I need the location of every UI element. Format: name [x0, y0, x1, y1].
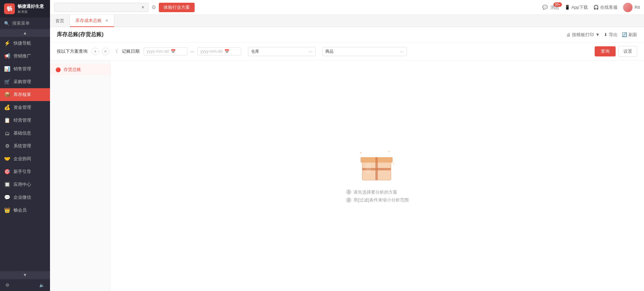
filter-bar: 按以下方案查询 + × 《 记账日期 yyyy-mm-dd 📅 — yyyy-m…	[50, 43, 644, 60]
sidebar-item-finance[interactable]: 💰 资金管理	[0, 101, 50, 114]
purchase-icon: 🛒	[4, 79, 10, 85]
warehouse-more-icon[interactable]: ···	[308, 49, 313, 54]
app-name: 畅捷通好生意	[18, 4, 44, 9]
sidebar-nav: ⚡ 快捷导航 📢 营销推广 📊 销售管理 🛒 采购管理 📦 库存核算 💰 资金管…	[0, 37, 50, 271]
wechat-icon: 💬	[4, 194, 10, 200]
hint-text-2: 用[过滤]条件来缩小分析范围	[353, 196, 408, 204]
sidebar-bottom: ⚙ 🔈	[0, 279, 50, 291]
tab-inventory-cost[interactable]: 库存成本总账 ✕	[70, 15, 114, 27]
query-btn[interactable]: 查询	[595, 46, 616, 56]
sidebar-item-wechat[interactable]: 💬 企业微信	[0, 191, 50, 204]
sidebar-item-member[interactable]: 👑 畅会员	[0, 204, 50, 217]
sidebar-item-newbie[interactable]: 🎯 新手引导	[0, 165, 50, 178]
filter-close-btn[interactable]: ×	[102, 48, 109, 55]
print-label: 按模板打印	[572, 32, 594, 38]
scroll-down-btn[interactable]: ▼	[0, 271, 50, 279]
top-bar-right: 💬 99+ 消息 📱 App下载 🎧 在线客服 Rit	[542, 3, 640, 12]
sidebar-item-quick-nav[interactable]: ⚡ 快捷导航	[0, 37, 50, 50]
date-end-input[interactable]: yyyy-mm-dd 📅	[197, 47, 241, 55]
user-name: Rit	[635, 5, 640, 10]
top-bar: ▼ ⚙ 体验行业方案 💬 99+ 消息 📱 App下载 🎧 在线客服 Rit	[50, 0, 644, 15]
sidebar-item-label: 企业微信	[14, 194, 31, 200]
refresh-icon: 🔄	[622, 32, 627, 37]
finance-icon: 💰	[4, 104, 10, 111]
export-btn[interactable]: ⬇ 导出	[604, 32, 618, 38]
tab-close-btn[interactable]: ✕	[105, 15, 108, 27]
address-bar[interactable]: ▼	[54, 3, 149, 12]
svg-rect-5	[366, 163, 371, 173]
inventory-icon: 📦	[4, 92, 10, 98]
hint-num-1: 1	[346, 189, 351, 195]
filter-add-btn[interactable]: +	[92, 48, 99, 55]
date-label: 记账日期	[122, 48, 140, 54]
sidebar-item-label: 系统管理	[14, 143, 31, 149]
online-service-btn[interactable]: 🎧 在线客服	[593, 4, 618, 10]
sidebar-item-label: 采购管理	[14, 79, 31, 85]
main-area: ▼ ⚙ 体验行业方案 💬 99+ 消息 📱 App下载 🎧 在线客服 Rit	[50, 0, 644, 291]
sidebar-search[interactable]: 🔍 搜索菜单	[0, 18, 50, 29]
sidebar-item-basics[interactable]: 🗂 基础信息	[0, 127, 50, 140]
sidebar: 畅 畅捷通好生意 标准版 🔍 搜索菜单 ▲ ⚡ 快捷导航 📢 营销推广 📊 销售…	[0, 0, 50, 291]
app-version: 标准版	[18, 9, 44, 14]
sidebar-item-appstore[interactable]: 🔲 应用中心	[0, 178, 50, 191]
settings-icon[interactable]: ⚙	[5, 283, 9, 288]
sidebar-item-label: 库存核算	[14, 92, 31, 98]
print-icon: 🖨	[566, 32, 571, 37]
member-icon: 👑	[4, 207, 10, 213]
calendar-end-icon[interactable]: 📅	[224, 49, 229, 54]
date-start-input[interactable]: yyyy-mm-dd 📅	[144, 47, 188, 55]
svg-text:✦: ✦	[359, 150, 363, 155]
print-btn[interactable]: 🖨 按模板打印 ▼	[566, 32, 600, 38]
sidebar-item-purchase[interactable]: 🛒 采购管理	[0, 75, 50, 88]
product-selector[interactable]: 商品 ···	[322, 47, 407, 56]
sidebar-search-label: 搜索菜单	[12, 20, 30, 26]
tab-home-label: 首页	[55, 15, 64, 27]
marketing-icon: 📢	[4, 53, 10, 59]
message-badge: 99+	[553, 2, 562, 7]
message-btn[interactable]: 💬 99+ 消息	[542, 4, 559, 10]
scroll-up-btn[interactable]: ▲	[0, 29, 50, 37]
industry-btn[interactable]: 体验行业方案	[159, 3, 195, 12]
empty-illustration: ✦ ✦ ✦	[357, 148, 398, 181]
address-dropdown-icon[interactable]: ▼	[141, 5, 145, 10]
export-icon: ⬇	[604, 32, 608, 37]
tab-bar: 首页 库存成本总账 ✕	[50, 15, 644, 27]
settings-gear-icon[interactable]: ⚙	[151, 4, 156, 10]
hint-num-2: 2	[346, 197, 351, 203]
page-header: 库存总账(存货总账) 🖨 按模板打印 ▼ ⬇ 导出 🔄 刷新	[50, 27, 644, 43]
sidebar-item-inventory[interactable]: 📦 库存核算	[0, 88, 50, 101]
content-area: 库存总账(存货总账) 🖨 按模板打印 ▼ ⬇ 导出 🔄 刷新 按以下方案查询	[50, 27, 644, 291]
audio-icon[interactable]: 🔈	[39, 283, 45, 288]
date-end-placeholder: yyyy-mm-dd	[200, 49, 222, 54]
product-more-icon[interactable]: ···	[400, 49, 404, 54]
sales-icon: 📊	[4, 66, 10, 72]
refresh-btn[interactable]: 🔄 刷新	[622, 32, 637, 38]
operations-icon: 📋	[4, 117, 10, 123]
sidebar-item-label: 畅会员	[14, 207, 27, 213]
tab-home[interactable]: 首页	[50, 15, 70, 27]
hint-text-1: 请先选择要分析的方案	[353, 188, 397, 196]
filter-arrow-btn[interactable]: 《	[112, 48, 119, 55]
sidebar-item-operations[interactable]: 📋 经营管理	[0, 114, 50, 127]
refresh-label: 刷新	[628, 32, 637, 38]
svg-text:✦: ✦	[388, 150, 390, 153]
settings-btn[interactable]: 设置	[618, 46, 637, 57]
app-download-label: App下载	[571, 4, 588, 10]
calendar-start-icon[interactable]: 📅	[171, 49, 176, 54]
user-profile[interactable]: Rit	[623, 3, 640, 12]
product-label: 商品	[325, 49, 333, 54]
scheme-panel-item-inventory-total[interactable]: 🔴 存货总账	[50, 64, 110, 75]
date-start-placeholder: yyyy-mm-dd	[147, 49, 169, 54]
sidebar-item-sales[interactable]: 📊 销售管理	[0, 63, 50, 75]
filter-label: 按以下方案查询	[57, 48, 88, 54]
sidebar-item-marketing[interactable]: 📢 营销推广	[0, 50, 50, 63]
warehouse-selector[interactable]: 仓库 ···	[248, 47, 316, 56]
print-dropdown-icon: ▼	[595, 32, 600, 37]
content-split: 🔴 存货总账	[50, 60, 644, 291]
app-download-btn[interactable]: 📱 App下载	[565, 4, 588, 10]
quick-nav-icon: ⚡	[4, 40, 10, 46]
date-separator: —	[190, 49, 195, 54]
sidebar-item-system[interactable]: ⚙ 系统管理	[0, 140, 50, 152]
sidebar-item-enterprise[interactable]: 🤝 企业协同	[0, 152, 50, 165]
svg-text:✦: ✦	[393, 162, 395, 165]
